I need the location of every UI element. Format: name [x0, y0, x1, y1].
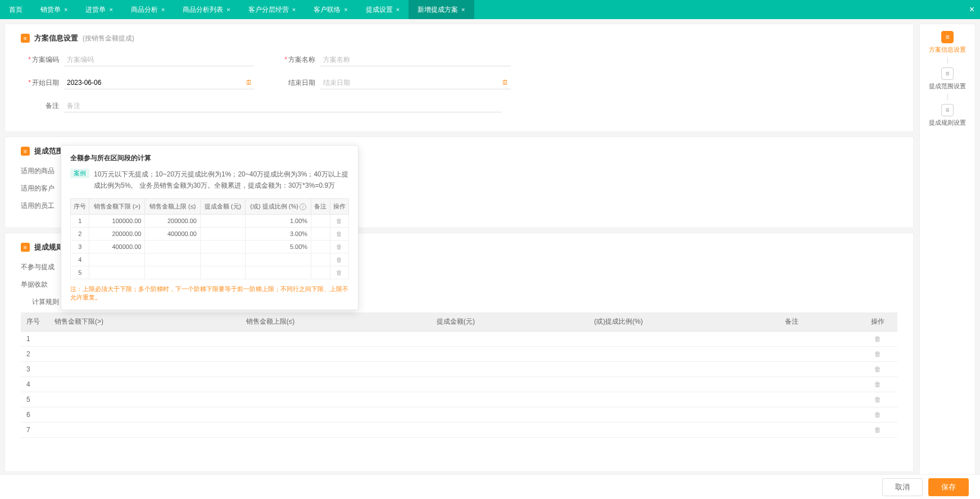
step-nav: ≡ 方案信息设置 ≡ 提成范围设置 ≡ 提成规则设置: [919, 24, 976, 477]
table-row[interactable]: 2🗑: [21, 347, 897, 362]
tab-new-commission-plan[interactable]: 新增提成方案×: [409, 0, 474, 19]
trash-icon[interactable]: 🗑: [336, 269, 342, 276]
close-icon[interactable]: ×: [344, 0, 347, 19]
close-icon[interactable]: ×: [396, 0, 400, 19]
step-icon: ≡: [941, 67, 954, 80]
example-table: 序号 销售金额下限 (>) 销售金额上限 (≤) 提成金额 (元) (或) 提成…: [70, 198, 349, 279]
example-text: 10万元以下无提成；10~20万元提成比例为1%；20~40万提成比例为3%；4…: [94, 169, 349, 192]
panel-title: 方案信息设置: [34, 33, 78, 43]
step-rules[interactable]: ≡ 提成规则设置: [922, 104, 973, 127]
trash-icon[interactable]: 🗑: [336, 256, 342, 263]
close-icon[interactable]: ×: [161, 0, 165, 19]
close-icon[interactable]: ×: [461, 0, 465, 19]
panel-subtitle: (按销售金额提成): [83, 34, 134, 43]
close-icon[interactable]: ×: [292, 0, 296, 19]
example-tag: 案例: [70, 169, 89, 178]
cancel-button[interactable]: 取消: [882, 478, 923, 482]
table-row[interactable]: 4🗑: [21, 377, 897, 392]
tabs-bar: 首页 销货单× 进货单× 商品分析× 商品分析列表× 客户分层经营× 客户联络×…: [0, 0, 980, 19]
col-ratio: (或)提成比例(%): [588, 312, 779, 332]
close-icon[interactable]: ×: [109, 0, 112, 19]
code-input[interactable]: [63, 53, 255, 66]
table-row[interactable]: 7🗑: [21, 423, 897, 438]
step-icon: ≡: [941, 31, 954, 43]
col-index: 序号: [21, 312, 49, 332]
table-row[interactable]: 6🗑: [21, 407, 897, 423]
col-action: 操作: [858, 312, 897, 332]
start-date-input[interactable]: [63, 76, 255, 89]
close-icon[interactable]: ×: [226, 0, 230, 19]
step-scope[interactable]: ≡ 提成范围设置: [922, 67, 973, 90]
table-row[interactable]: 5🗑: [21, 392, 897, 407]
calc-rule-label: 计算规则: [21, 297, 59, 307]
footer-bar: 取消 保存: [0, 474, 980, 481]
tab-product-analysis-list[interactable]: 商品分析列表×: [174, 0, 239, 19]
end-date-input[interactable]: [320, 76, 511, 89]
trash-icon[interactable]: 🗑: [874, 380, 881, 388]
section-icon: ≡: [21, 34, 30, 43]
panel-plan-info: ≡ 方案信息设置 (按销售金额提成) *方案编码 *方案名称 *开始日期 🗓 结…: [4, 24, 914, 132]
table-row: 4🗑: [71, 253, 349, 266]
col-high: 销售金额上限(≤): [241, 312, 431, 332]
table-row[interactable]: 1🗑: [21, 332, 897, 347]
trash-icon[interactable]: 🗑: [874, 365, 881, 373]
tooltip-popup: 全额参与所在区间段的计算 案例 10万元以下无提成；10~20万元提成比例为1%…: [61, 145, 359, 310]
info-icon[interactable]: i: [300, 203, 306, 210]
table-row: 2200000.00400000.003.00%🗑: [71, 227, 349, 240]
col-low: 销售金额下限(>): [49, 312, 241, 332]
col-remark: 备注: [779, 312, 858, 332]
tooltip-note: 注：上限必须大于下限；多个阶梯时，下一个阶梯下限要等于前一阶梯上限；不同行之间下…: [70, 285, 349, 302]
tab-commission-settings[interactable]: 提成设置×: [357, 0, 409, 19]
table-row[interactable]: 3🗑: [21, 362, 897, 377]
start-date-label: *开始日期: [21, 78, 59, 88]
rules-table: 序号 销售金额下限(>) 销售金额上限(≤) 提成金额(元) (或)提成比例(%…: [21, 312, 897, 438]
trash-icon[interactable]: 🗑: [874, 350, 881, 358]
remark-label: 备注: [21, 101, 59, 111]
trash-icon[interactable]: 🗑: [336, 217, 342, 224]
save-button[interactable]: 保存: [928, 478, 969, 482]
trash-icon[interactable]: 🗑: [874, 426, 881, 434]
tab-home[interactable]: 首页: [0, 0, 31, 19]
trash-icon[interactable]: 🗑: [336, 243, 342, 250]
remark-input[interactable]: [63, 99, 502, 112]
table-row: 3400000.005.00%🗑: [71, 240, 349, 253]
close-all-icon[interactable]: ×: [969, 4, 974, 15]
tab-customer-contact[interactable]: 客户联络×: [305, 0, 356, 19]
step-plan-info[interactable]: ≡ 方案信息设置: [922, 31, 973, 54]
tab-purchase-order[interactable]: 进货单×: [76, 0, 121, 19]
tab-customer-segment[interactable]: 客户分层经营×: [239, 0, 305, 19]
trash-icon[interactable]: 🗑: [874, 396, 881, 403]
step-icon: ≡: [941, 104, 954, 116]
table-row: 1100000.00200000.001.00%🗑: [71, 214, 349, 227]
table-row: 5🗑: [71, 266, 349, 279]
end-date-label: 结束日期: [277, 78, 315, 88]
trash-icon[interactable]: 🗑: [874, 411, 881, 419]
col-amount: 提成金额(元): [431, 312, 588, 332]
code-label: *方案编码: [21, 55, 59, 65]
name-label: *方案名称: [277, 55, 315, 65]
trash-icon[interactable]: 🗑: [874, 335, 881, 343]
close-icon[interactable]: ×: [64, 0, 67, 19]
trash-icon[interactable]: 🗑: [336, 230, 342, 237]
section-icon: ≡: [21, 147, 30, 156]
tab-sales-order[interactable]: 销货单×: [31, 0, 76, 19]
tooltip-title: 全额参与所在区间段的计算: [70, 153, 349, 163]
section-icon: ≡: [21, 243, 30, 252]
tab-product-analysis[interactable]: 商品分析×: [122, 0, 174, 19]
name-input[interactable]: [320, 53, 511, 66]
